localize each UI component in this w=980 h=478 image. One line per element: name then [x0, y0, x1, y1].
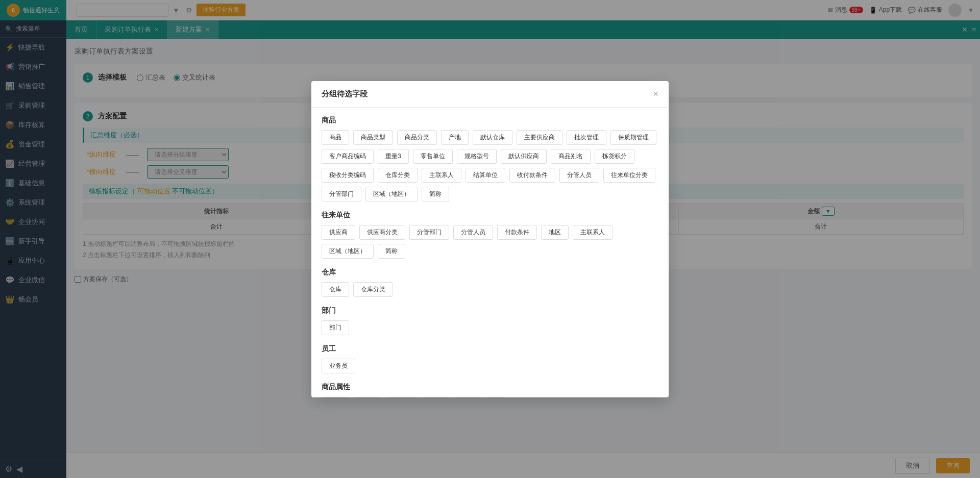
modal-body[interactable]: 商品 商品 商品类型 商品分类 产地 默认仓库 主要供应商 批次管理 保质期管理… — [311, 108, 669, 397]
field-tag-retail-unit[interactable]: 零售单位 — [413, 149, 453, 164]
field-tag-weight[interactable]: 重量3 — [378, 149, 409, 164]
field-tag-supplier-category[interactable]: 供应商分类 — [359, 225, 405, 240]
field-tag-warehouse-category[interactable]: 仓库分类 — [378, 168, 418, 183]
field-tag-partner-short[interactable]: 简称 — [378, 244, 405, 259]
field-tag-district[interactable]: 地区 — [541, 225, 569, 240]
field-tag-supplier[interactable]: 供应商 — [322, 225, 355, 240]
field-tag-goods[interactable]: 商品 — [322, 130, 349, 145]
field-tag-dept[interactable]: 分管部门 — [322, 187, 361, 202]
modal-title: 分组待选字段 — [322, 89, 368, 99]
field-tag-customer-code[interactable]: 客户商品编码 — [322, 149, 374, 164]
field-tag-main-contact[interactable]: 主联系人 — [422, 168, 461, 183]
modal-overlay: 分组待选字段 × 商品 商品 商品类型 商品分类 产地 默认仓库 主要供应商 批… — [0, 0, 980, 478]
field-group-product-attr: 商品属性 属性 颜色 多规格 尺码 鞋码 1 — [322, 383, 658, 397]
field-tag-department[interactable]: 部门 — [322, 320, 349, 335]
field-tag-partner-category[interactable]: 往来单位分类 — [603, 168, 655, 183]
field-tag-partner-dept[interactable]: 分管部门 — [409, 225, 449, 240]
modal-header: 分组待选字段 × — [311, 81, 669, 108]
field-tag-multi-spec[interactable]: 多规格 — [385, 397, 419, 397]
field-group-partner: 往来单位 供应商 供应商分类 分管部门 分管人员 付款条件 地区 主联系人 区域… — [322, 211, 658, 259]
field-tags-goods: 商品 商品类型 商品分类 产地 默认仓库 主要供应商 批次管理 保质期管理 客户… — [322, 130, 658, 202]
field-tags-department: 部门 — [322, 320, 658, 335]
field-group-department-title: 部门 — [322, 306, 658, 315]
field-tag-short-name[interactable]: 简称 — [422, 187, 449, 202]
field-group-employee-title: 员工 — [322, 344, 658, 354]
field-tags-partner: 供应商 供应商分类 分管部门 分管人员 付款条件 地区 主联系人 区域（地区） … — [322, 225, 658, 259]
field-tag-shoe-size[interactable]: 鞋码 — [454, 397, 482, 397]
field-tag-attribute[interactable]: 属性 — [322, 397, 349, 397]
field-tag-spec-model[interactable]: 规格型号 — [457, 149, 497, 164]
field-tag-batch-mgmt[interactable]: 批次管理 — [567, 130, 606, 145]
field-tag-alias[interactable]: 商品别名 — [551, 149, 591, 164]
field-tag-partner-manager[interactable]: 分管人员 — [453, 225, 493, 240]
field-tag-shelf-life[interactable]: 保质期管理 — [610, 130, 656, 145]
field-tag-region[interactable]: 区域（地区） — [365, 187, 418, 202]
field-tag-salesperson[interactable]: 业务员 — [322, 359, 355, 373]
field-group-employee: 员工 业务员 — [322, 344, 658, 373]
field-tag-settlement-unit[interactable]: 结算单位 — [465, 168, 505, 183]
field-tag-partner-contact[interactable]: 主联系人 — [573, 225, 612, 240]
modal-close-button[interactable]: × — [653, 89, 658, 98]
field-group-partner-title: 往来单位 — [322, 211, 658, 220]
field-tag-default-supplier[interactable]: 默认供应商 — [501, 149, 547, 164]
field-tag-warehouse-cat[interactable]: 仓库分类 — [353, 282, 393, 297]
field-tag-partner-region[interactable]: 区域（地区） — [322, 244, 374, 259]
field-tags-product-attr: 属性 颜色 多规格 尺码 鞋码 1 — [322, 397, 658, 397]
field-group-warehouse-title: 仓库 — [322, 268, 658, 277]
field-tag-goods-category[interactable]: 商品分类 — [397, 130, 437, 145]
field-group-product-attr-title: 商品属性 — [322, 383, 658, 392]
field-tag-payment-condition[interactable]: 付款条件 — [497, 225, 537, 240]
field-group-goods-title: 商品 — [322, 116, 658, 125]
field-tag-pick-points[interactable]: 拣货积分 — [595, 149, 634, 164]
field-group-warehouse: 仓库 仓库 仓库分类 — [322, 268, 658, 297]
modal-dialog: 分组待选字段 × 商品 商品 商品类型 商品分类 产地 默认仓库 主要供应商 批… — [311, 81, 669, 397]
field-tag-default-warehouse[interactable]: 默认仓库 — [473, 130, 512, 145]
field-tag-goods-type[interactable]: 商品类型 — [353, 130, 393, 145]
field-tag-manager[interactable]: 分管人员 — [559, 168, 599, 183]
field-tags-warehouse: 仓库 仓库分类 — [322, 282, 658, 297]
field-tags-employee: 业务员 — [322, 359, 658, 373]
field-tag-main-supplier[interactable]: 主要供应商 — [517, 130, 562, 145]
field-tag-attr-1[interactable]: 1 — [486, 397, 505, 397]
field-tag-color[interactable]: 颜色 — [353, 397, 381, 397]
field-tag-warehouse[interactable]: 仓库 — [322, 282, 349, 297]
field-group-goods: 商品 商品 商品类型 商品分类 产地 默认仓库 主要供应商 批次管理 保质期管理… — [322, 116, 658, 202]
field-tag-payment-terms[interactable]: 收付款条件 — [509, 168, 555, 183]
field-tag-size[interactable]: 尺码 — [423, 397, 450, 397]
field-group-department: 部门 部门 — [322, 306, 658, 335]
field-tag-tax-code[interactable]: 税收分类编码 — [322, 168, 374, 183]
field-tag-origin[interactable]: 产地 — [441, 130, 469, 145]
